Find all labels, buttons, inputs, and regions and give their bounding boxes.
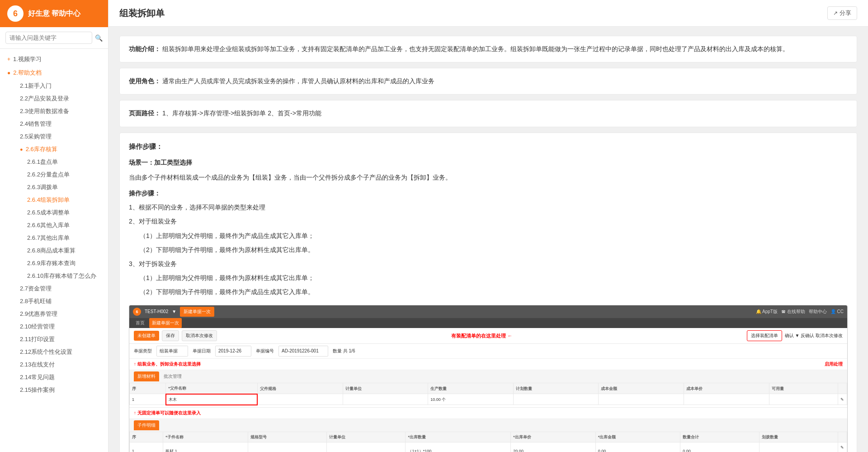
- search-box: 🔍: [0, 27, 108, 49]
- annotation-manual: ↑ 无固定清单可以随便在这里录入: [134, 410, 201, 415]
- screenshot-container: 6 TEST-H002 ▼ 新建单据一次 🔔 AppT版 ☎ 在线帮助 帮助中心…: [129, 305, 848, 452]
- role-label: 使用角色：: [129, 77, 160, 85]
- sidebar-item-partial-stocktake[interactable]: 2.6.2分量盘点单: [20, 168, 108, 181]
- sidebar-item-cost-recalc[interactable]: 2.6.8商品成本重算: [20, 244, 108, 257]
- sidebar: 6 好生意 帮助中心 🔍 + 1.视频学习 ● 2.帮助文档 2.1新手入门 2…: [0, 0, 108, 452]
- ops-block: 操作步骤： 场景一：加工类型选择 当由多个子件材料组装成一个成品的业务为【组装】…: [119, 133, 857, 452]
- scene1-label: 场景一：加工类型选择: [129, 159, 192, 166]
- sidebar-item-stocktake[interactable]: 2.6.1盘点单: [20, 156, 108, 168]
- step3-1: （1）上部明细为父件明细，最终作为原材料生成其它出库单；: [129, 272, 848, 284]
- step2-2: （2）下部明细为子件明细，最终作为原材料生成其它出库单。: [129, 244, 848, 256]
- sidebar-item-case[interactable]: 2.15操作案例: [13, 384, 108, 396]
- mock-tab-active[interactable]: 新增材料: [134, 371, 159, 381]
- intro-text: 组装拆卸单用来处理企业组装或拆卸等加工业务，支持有固定装配清单的产品加工业务，也…: [162, 45, 789, 52]
- sidebar-sub-docs: 2.1新手入门 2.2产品安装及登录 2.3使用前数据准备 2.4销售管理 2.…: [0, 80, 108, 396]
- ops-label: 操作步骤：: [129, 140, 848, 152]
- path-block: 页面路径： 1、库存核算->库存管理->组装拆卸单 2、首页->常用功能: [119, 100, 857, 127]
- sidebar-item-ledger-query[interactable]: 2.6.9库存账本查询: [20, 257, 108, 270]
- logo-icon: 6: [7, 5, 24, 22]
- mock-count-label: 数量 共 1/6: [333, 347, 355, 355]
- role-text: 通常由生产人员或库管人员完成拆装业务的操作，库管人员确认原材料的出库和产成品的入…: [162, 77, 434, 85]
- mock-no-label: 单据编号: [256, 347, 274, 355]
- sidebar-item-data-prep[interactable]: 2.3使用前数据准备: [13, 105, 108, 118]
- mock-logo: 6: [133, 308, 141, 316]
- sidebar-item-mobile[interactable]: 2.8手机旺铺: [13, 295, 108, 308]
- annotation-enable: 启用处理: [825, 360, 843, 368]
- mock-tab2[interactable]: 批次管理: [160, 371, 185, 381]
- mock-lower-tab[interactable]: 子件明细: [134, 420, 159, 430]
- step1: 1、根据不同的业务，选择不同单据的类型来处理: [129, 202, 848, 213]
- mock-date-label: 单据日期: [193, 347, 211, 355]
- mock-nav-home[interactable]: 首页: [133, 319, 147, 327]
- sidebar-subsub-inventory: 2.6.1盘点单 2.6.2分量盘点单 2.6.3调拨单 2.6.4组装拆卸单 …: [13, 156, 108, 282]
- mock-select-bom-btn[interactable]: 选择装配清单: [747, 330, 782, 341]
- step2-1: （1）上部明细为父件明细，最终作为产成品生成其它入库单；: [129, 230, 848, 242]
- sidebar-item-transfer[interactable]: 2.6.3调拨单: [20, 181, 108, 194]
- main-header: 组装拆卸单 ↗ 分享: [108, 0, 868, 27]
- sidebar-item-install[interactable]: 2.2产品安装及登录: [13, 92, 108, 105]
- sidebar-item-cost-adjust[interactable]: 2.6.5成本调整单: [20, 206, 108, 219]
- annotation-type: ↑ 组装业务、拆卸业务在这里选择: [134, 360, 201, 368]
- sidebar-item-coupon[interactable]: 2.9优惠券管理: [13, 308, 108, 320]
- mock-company: TEST-H002: [145, 308, 168, 316]
- mock-btn-cancel[interactable]: 保存: [162, 330, 179, 341]
- sidebar-item-inventory[interactable]: ● 2.6库存核算: [13, 143, 108, 156]
- sidebar-item-other-inbound[interactable]: 2.6.6其他入库单: [20, 219, 108, 232]
- sidebar-item-video[interactable]: + 1.视频学习: [0, 52, 108, 66]
- intro-block: 功能介绍： 组装拆卸单用来处理企业组装或拆卸等加工业务，支持有固定装配清单的产品…: [119, 36, 857, 62]
- ops-steps-label: 操作步骤：: [129, 190, 160, 197]
- page-title: 组装拆卸单: [119, 7, 165, 19]
- content-area: 功能介绍： 组装拆卸单用来处理企业组装或拆卸等加工业务，支持有固定装配清单的产品…: [108, 27, 868, 452]
- mock-no-input[interactable]: AD-20191226-001: [278, 346, 328, 357]
- sidebar-item-sales[interactable]: 2.4销售管理: [13, 118, 108, 130]
- mock-new-btn[interactable]: 新建单据一次: [180, 307, 214, 317]
- mock-btn-save[interactable]: 未创建单: [134, 331, 159, 341]
- sidebar-item-customize[interactable]: 2.12系统个性化设置: [13, 346, 108, 358]
- mock-type-input[interactable]: 组装单据: [156, 346, 188, 357]
- mock-dropdown-icon: ▼: [172, 308, 176, 316]
- intro-label: 功能介绍：: [129, 45, 160, 52]
- mock-action-btns: 确认 ▼ 反确认 取消本次修改: [785, 332, 843, 340]
- sidebar-item-assembly[interactable]: 2.6.4组装拆卸单: [20, 194, 108, 206]
- sidebar-item-docs[interactable]: ● 2.帮助文档: [0, 66, 108, 80]
- mock-nav-new[interactable]: 新建单据一次: [149, 318, 182, 328]
- sidebar-item-finance[interactable]: 2.7资金管理: [13, 282, 108, 295]
- share-button[interactable]: ↗ 分享: [827, 6, 857, 20]
- sidebar-item-print[interactable]: 2.11打印设置: [13, 333, 108, 346]
- role-block: 使用角色： 通常由生产人员或库管人员完成拆装业务的操作，库管人员确认原材料的出库…: [119, 68, 857, 95]
- main-content: 组装拆卸单 ↗ 分享 功能介绍： 组装拆卸单用来处理企业组装或拆卸等加工业务，支…: [108, 0, 868, 452]
- collapse-icon: ●: [7, 70, 10, 76]
- sidebar-header: 6 好生意 帮助中心: [0, 0, 108, 27]
- mock-date-input[interactable]: 2019-12-26: [215, 346, 251, 357]
- sidebar-item-online-pay[interactable]: 2.13在线支付: [13, 358, 108, 371]
- search-icon[interactable]: 🔍: [95, 34, 103, 42]
- nav-tree: + 1.视频学习 ● 2.帮助文档 2.1新手入门 2.2产品安装及登录 2.3…: [0, 49, 108, 452]
- sidebar-item-purchase[interactable]: 2.5采购管理: [13, 130, 108, 143]
- step3-2: （2）下部明细为子件明细，最终作为产成品生成其它入库单。: [129, 286, 848, 298]
- sidebar-item-operations[interactable]: 2.10经营管理: [13, 320, 108, 333]
- step2: 2、对于组装业务: [129, 216, 848, 227]
- path-label: 页面路径：: [129, 109, 160, 117]
- sidebar-item-new-user[interactable]: 2.1新手入门: [13, 80, 108, 92]
- brand-name: 好生意 帮助中心: [28, 9, 80, 19]
- sidebar-item-faq[interactable]: 2.14常见问题: [13, 371, 108, 384]
- sidebar-item-ledger-error[interactable]: 2.6.10库存账本错了怎么办: [20, 270, 108, 282]
- scene1-desc: 当由多个子件材料组装成一个成品的业务为【组装】业务，当由一个父件拆分成多个子产品…: [129, 172, 848, 183]
- mock-type-label: 单据类型: [134, 347, 152, 355]
- annotation-bom: 有装配清单的在这里处理 ←: [451, 332, 512, 341]
- mock-btn-cancel2[interactable]: 取消本次修改: [182, 330, 217, 341]
- step3: 3、对于拆装业务: [129, 258, 848, 270]
- share-icon: ↗: [833, 10, 838, 16]
- expand-icon: +: [7, 56, 10, 62]
- sidebar-item-other-outbound[interactable]: 2.6.7其他出库单: [20, 232, 108, 244]
- path-text: 1、库存核算->库存管理->组装拆卸单 2、首页->常用功能: [162, 109, 321, 117]
- search-input[interactable]: [5, 32, 92, 44]
